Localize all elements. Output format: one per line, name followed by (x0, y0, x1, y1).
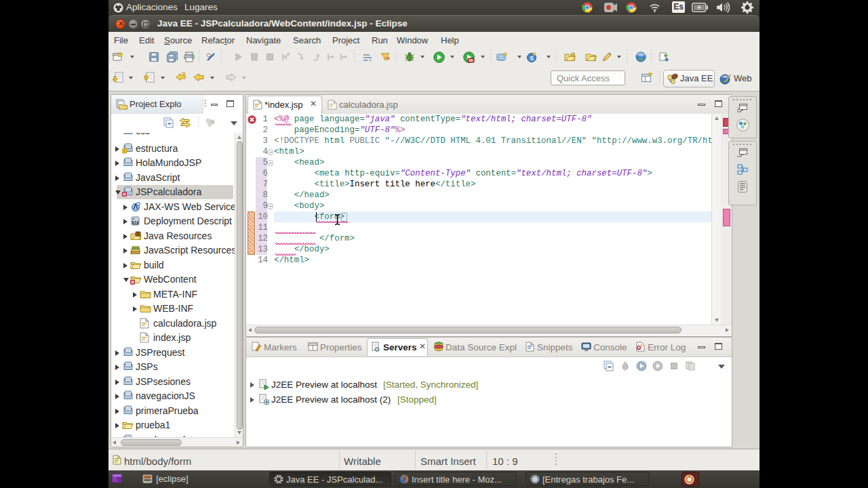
svg-text:!: ! (124, 149, 125, 153)
svg-text:3.0: 3.0 (133, 221, 138, 224)
